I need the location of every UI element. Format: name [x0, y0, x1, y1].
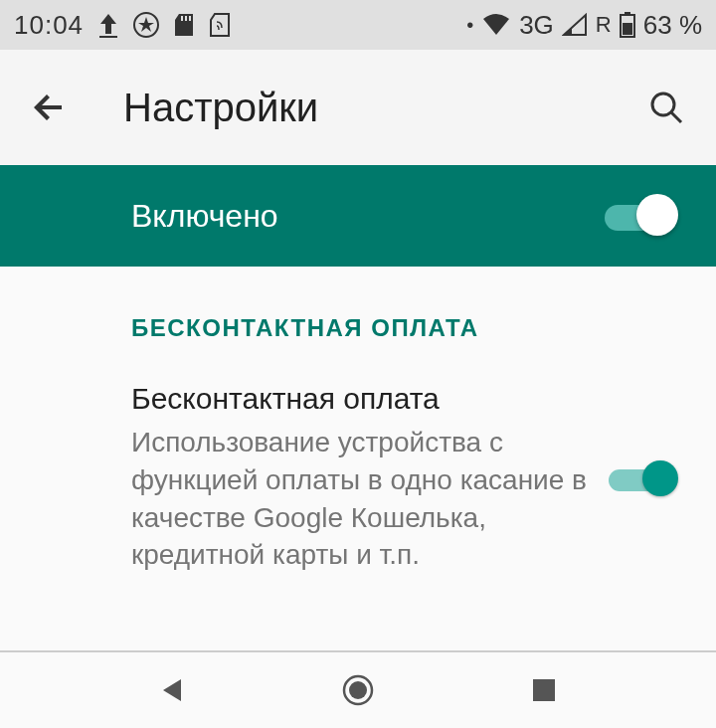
square-recent-icon: [531, 677, 557, 703]
contactless-payment-row[interactable]: Бесконтактная оплата Использование устро…: [131, 382, 678, 574]
upload-icon: [97, 12, 119, 38]
status-time: 10:04: [14, 10, 84, 41]
network-type: 3G: [519, 10, 554, 41]
battery-icon: [620, 12, 635, 38]
status-left: 10:04: [14, 10, 231, 41]
nav-back-button[interactable]: [142, 660, 202, 720]
svg-rect-11: [533, 679, 555, 701]
navigation-bar: [0, 650, 716, 728]
setting-description: Использование устройства с функцией опла…: [131, 424, 589, 574]
status-bar: 10:04 • 3G R 63 %: [0, 0, 716, 50]
wifi-icon: [481, 13, 511, 37]
setting-text: Бесконтактная оплата Использование устро…: [131, 382, 589, 574]
section-header: БЕСКОНТАКТНАЯ ОПЛАТА: [131, 314, 678, 342]
nav-recent-button[interactable]: [514, 660, 574, 720]
roaming-indicator: R: [596, 12, 612, 38]
circle-home-icon: [341, 673, 375, 707]
svg-rect-3: [189, 16, 191, 21]
svg-rect-2: [185, 16, 187, 21]
page-title: Настройки: [123, 86, 636, 130]
svg-point-7: [652, 93, 674, 115]
status-right: • 3G R 63 %: [466, 10, 702, 41]
battery-percent: 63 %: [643, 10, 702, 41]
settings-content: БЕСКОНТАКТНАЯ ОПЛАТА Бесконтактная оплат…: [0, 267, 716, 574]
contactless-payment-toggle[interactable]: [609, 458, 678, 498]
search-button[interactable]: [636, 78, 696, 137]
master-switch-label: Включено: [131, 198, 605, 235]
arrow-back-icon: [30, 88, 70, 127]
master-switch-toggle[interactable]: [605, 196, 678, 236]
triangle-back-icon: [157, 675, 187, 705]
nav-home-button[interactable]: [328, 660, 388, 720]
back-button[interactable]: [20, 78, 80, 137]
star-badge-icon: [133, 12, 159, 38]
svg-rect-1: [181, 16, 183, 21]
dot-icon: •: [466, 14, 473, 37]
setting-title: Бесконтактная оплата: [131, 382, 589, 416]
switch-thumb: [636, 194, 678, 236]
svg-line-8: [671, 112, 681, 122]
sd-card-icon: [173, 12, 195, 38]
master-switch-banner[interactable]: Включено: [0, 165, 716, 267]
app-bar: Настройки: [0, 50, 716, 165]
svg-point-10: [349, 681, 367, 699]
nfc-card-icon: [209, 12, 231, 38]
search-icon: [646, 88, 686, 127]
svg-rect-6: [623, 23, 632, 35]
switch-thumb: [642, 460, 678, 496]
signal-icon: [562, 13, 588, 37]
